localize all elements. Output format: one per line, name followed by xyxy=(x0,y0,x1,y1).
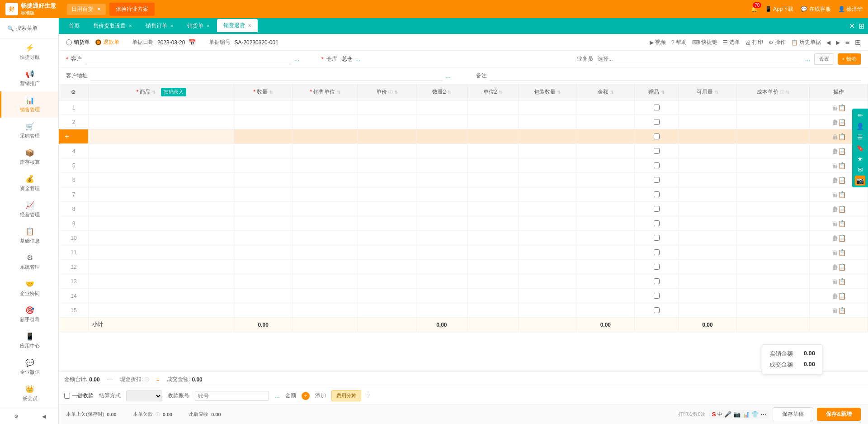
product-cell[interactable] xyxy=(88,216,234,231)
unit2-cell[interactable] xyxy=(467,216,518,231)
delete-row-btn[interactable]: 🗑 xyxy=(832,191,838,198)
online-service-btn[interactable]: 💬 在线客服 xyxy=(801,5,830,13)
shortcut-btn[interactable]: ⌨ 快捷键 xyxy=(692,38,717,46)
qty2-cell[interactable] xyxy=(416,173,467,187)
pack-qty-cell[interactable] xyxy=(518,158,576,173)
delete-row-btn[interactable]: 🗑 xyxy=(832,119,838,126)
copy-row-btn[interactable]: 📋 xyxy=(838,191,846,198)
unit2-cell[interactable] xyxy=(467,187,518,202)
delete-row-btn[interactable]: 🗑 xyxy=(832,176,838,184)
qty2-cell[interactable] xyxy=(416,144,467,158)
close-tab-btn[interactable]: ✕ xyxy=(849,22,855,30)
qty2-sort-icon[interactable]: ⇅ xyxy=(448,90,451,95)
pack-qty-cell[interactable] xyxy=(518,260,576,274)
calendar-btn[interactable]: 📅 xyxy=(189,39,196,46)
amount-sort-icon[interactable]: ⇅ xyxy=(610,90,613,95)
add-row-btn[interactable]: + xyxy=(62,132,71,141)
price-cell[interactable] xyxy=(358,274,416,289)
staff-select-btn[interactable]: … xyxy=(805,56,811,62)
unit-cell[interactable] xyxy=(292,245,358,260)
add-payment-btn[interactable]: + xyxy=(302,392,310,400)
qty-sort-icon[interactable]: ⇅ xyxy=(269,90,273,95)
qty-cell[interactable] xyxy=(234,289,292,303)
amount-cell[interactable] xyxy=(576,231,635,245)
sidebar-item-operations[interactable]: 📈 经营管理 xyxy=(0,196,58,223)
copy-row-btn[interactable]: 📋 xyxy=(838,249,846,256)
pack-qty-cell[interactable] xyxy=(518,187,576,202)
pack-qty-cell[interactable] xyxy=(518,144,576,158)
settings-btn[interactable]: 设置 xyxy=(814,53,834,65)
available-cell[interactable] xyxy=(678,245,736,260)
save-draft-btn[interactable]: 保存草稿 xyxy=(773,407,813,421)
qty2-cell[interactable] xyxy=(416,231,467,245)
available-cell[interactable] xyxy=(678,303,736,318)
sidebar-item-wechat[interactable]: 💬 企业微信 xyxy=(0,354,58,380)
product-cell[interactable] xyxy=(88,289,234,303)
unit-cell[interactable] xyxy=(292,289,358,303)
operate-btn[interactable]: ⚙ 操作 xyxy=(769,38,786,46)
qty-cell[interactable] xyxy=(234,303,292,318)
gift-checkbox[interactable] xyxy=(654,278,660,284)
copy-row-btn[interactable]: 📋 xyxy=(838,220,846,227)
price-sort-icon[interactable]: ⇅ xyxy=(394,90,398,95)
sidebar-item-inventory[interactable]: 📦 库存核算 xyxy=(0,144,58,170)
pack-qty-cell[interactable] xyxy=(518,202,576,216)
delete-row-btn[interactable]: 🗑 xyxy=(832,220,838,227)
cost-price-cell[interactable] xyxy=(736,289,809,303)
amount-cell[interactable] xyxy=(576,274,635,289)
unit2-cell[interactable] xyxy=(467,202,518,216)
float-list-btn[interactable]: ☰ xyxy=(855,132,865,142)
copy-row-btn[interactable]: 📋 xyxy=(838,162,846,169)
price-cell[interactable] xyxy=(358,187,416,202)
sidebar-item-marketing[interactable]: 📢 营销推广 xyxy=(0,65,58,91)
copy-row-btn[interactable]: 📋 xyxy=(838,205,846,213)
available-cell[interactable] xyxy=(678,289,736,303)
unit2-sort-icon[interactable]: ⇅ xyxy=(499,90,502,95)
unit2-cell-active[interactable] xyxy=(467,129,518,144)
delete-row-btn[interactable]: 🗑 xyxy=(832,307,838,314)
cost-price-cell[interactable] xyxy=(736,115,809,129)
price-cell[interactable] xyxy=(358,245,416,260)
delete-row-btn[interactable]: 🗑 xyxy=(832,292,838,300)
pack-qty-cell[interactable] xyxy=(518,274,576,289)
cost-price-cell[interactable] xyxy=(736,100,809,115)
product-cell[interactable] xyxy=(88,231,234,245)
available-cell[interactable] xyxy=(678,231,736,245)
unit-cell[interactable] xyxy=(292,274,358,289)
pack-qty-cell[interactable] xyxy=(518,231,576,245)
product-cell[interactable] xyxy=(88,144,234,158)
settings-gear-icon[interactable]: ⚙ xyxy=(71,89,76,95)
cost-price-cell[interactable] xyxy=(736,158,809,173)
product-cell[interactable] xyxy=(88,100,234,115)
delete-row-btn[interactable]: 🗑 xyxy=(832,263,838,271)
available-cell[interactable] xyxy=(678,158,736,173)
price-cell[interactable] xyxy=(358,303,416,318)
copy-row-btn[interactable]: 📋 xyxy=(838,234,846,242)
price-cell[interactable] xyxy=(358,260,416,274)
qty-cell[interactable] xyxy=(234,245,292,260)
unit2-cell[interactable] xyxy=(467,274,518,289)
unit-cell[interactable] xyxy=(292,115,358,129)
unit2-cell[interactable] xyxy=(467,245,518,260)
sidebar-item-member[interactable]: 👑 畅会员 xyxy=(0,380,58,406)
unit-cell[interactable] xyxy=(292,216,358,231)
unit2-cell[interactable] xyxy=(467,260,518,274)
unit-sort-icon[interactable]: ⇅ xyxy=(337,90,340,95)
gift-checkbox[interactable] xyxy=(654,264,660,270)
amount-cell[interactable] xyxy=(576,245,635,260)
gift-checkbox[interactable] xyxy=(654,105,660,110)
available-sort-icon[interactable]: ⇅ xyxy=(715,90,718,95)
customer-select-btn[interactable]: … xyxy=(294,56,300,62)
amount-cell[interactable] xyxy=(576,173,635,187)
product-input-active[interactable] xyxy=(91,133,231,140)
price-cell[interactable] xyxy=(358,289,416,303)
float-message-btn[interactable]: ✉ xyxy=(855,165,865,175)
available-cell[interactable] xyxy=(678,115,736,129)
sidebar-item-apps[interactable]: 📱 应用中心 xyxy=(0,328,58,354)
sidebar-item-purchase[interactable]: 🛒 采购管理 xyxy=(0,118,58,144)
product-cell[interactable] xyxy=(88,173,234,187)
copy-row-active-btn[interactable]: 📋 xyxy=(838,133,846,140)
sidebar-item-guide[interactable]: 🎯 新手引导 xyxy=(0,301,58,328)
pack-qty-cell[interactable] xyxy=(518,216,576,231)
history-btn[interactable]: 📋 历史单据 xyxy=(791,38,821,46)
